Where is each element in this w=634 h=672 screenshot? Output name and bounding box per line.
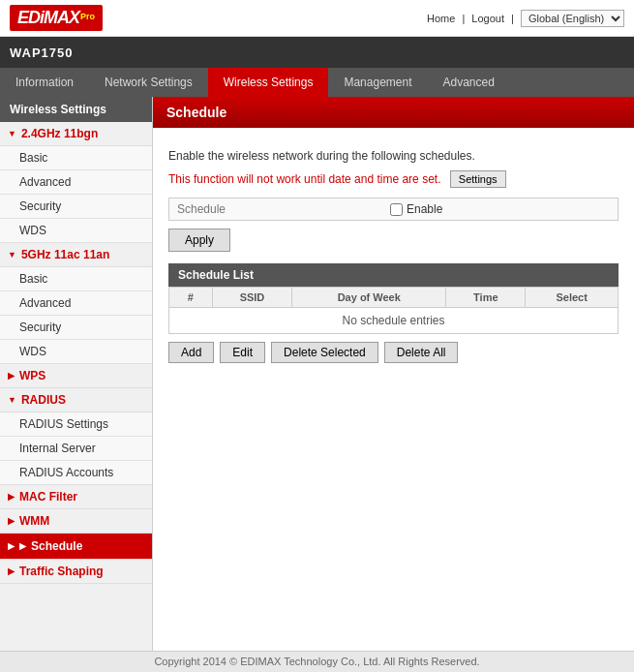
sidebar-section-24ghz[interactable]: 2.4GHz 11bgn [0, 122, 152, 146]
col-hash: # [169, 288, 213, 308]
footer: Copyright 2014 © EDIMAX Technology Co., … [0, 651, 634, 672]
schedule-input[interactable] [169, 199, 382, 220]
sidebar-section-radius[interactable]: RADIUS [0, 388, 152, 412]
sidebar-item-24-advanced[interactable]: Advanced [0, 170, 152, 195]
action-buttons: Add Edit Delete Selected Delete All [168, 342, 619, 363]
apply-button[interactable]: Apply [168, 229, 230, 252]
add-button[interactable]: Add [168, 342, 214, 363]
delete-all-button[interactable]: Delete All [384, 342, 459, 363]
nav-information[interactable]: Information [0, 68, 89, 97]
sidebar-item-internal-server[interactable]: Internal Server [0, 437, 152, 461]
sidebar-section-5ghz[interactable]: 5GHz 11ac 11an [0, 243, 152, 267]
sidebar-title: Wireless Settings [0, 97, 152, 122]
logo-edimax-text: EDiMAX [17, 8, 79, 28]
logout-link[interactable]: Logout [471, 13, 504, 24]
home-link[interactable]: Home [427, 13, 455, 24]
main-layout: Wireless Settings 2.4GHz 11bgn Basic Adv… [0, 97, 634, 651]
sidebar-item-5-advanced[interactable]: Advanced [0, 291, 152, 316]
sidebar-section-wps[interactable]: WPS [0, 364, 152, 388]
footer-text: Copyright 2014 © EDIMAX Technology Co., … [154, 656, 479, 667]
logo: EDiMAX Pro [10, 5, 103, 31]
enable-checkbox[interactable] [390, 203, 403, 216]
col-ssid: SSID [212, 288, 292, 308]
enable-label-text: Enable [407, 202, 442, 216]
col-day: Day of Week [292, 288, 446, 308]
nav-bar: Information Network Settings Wireless Se… [0, 68, 634, 97]
info-text: Enable the wireless network during the f… [168, 149, 619, 163]
sidebar-item-24-security[interactable]: Security [0, 195, 152, 219]
schedule-table: # SSID Day of Week Time Select No schedu… [168, 287, 619, 334]
sidebar-item-5-basic[interactable]: Basic [0, 267, 152, 291]
sidebar-item-24-wds[interactable]: WDS [0, 219, 152, 243]
sidebar-item-5-security[interactable]: Security [0, 316, 152, 340]
sidebar: Wireless Settings 2.4GHz 11bgn Basic Adv… [0, 97, 153, 651]
no-entries-row: No schedule entries [169, 308, 619, 334]
col-time: Time [446, 288, 526, 308]
nav-management[interactable]: Management [328, 68, 427, 97]
content-body: Enable the wireless network during the f… [153, 139, 634, 373]
content-area: Schedule Enable the wireless network dur… [153, 97, 634, 651]
schedule-input-row: Enable [168, 198, 619, 221]
sidebar-item-radius-accounts[interactable]: RADIUS Accounts [0, 461, 152, 485]
warning-row: This function will not work until date a… [168, 170, 619, 188]
sidebar-section-schedule[interactable]: ▶Schedule [0, 534, 152, 560]
sidebar-item-24-basic[interactable]: Basic [0, 146, 152, 170]
language-select[interactable]: Global (English) [521, 10, 624, 27]
sidebar-section-wmm[interactable]: WMM [0, 509, 152, 534]
sidebar-section-traffic-shaping[interactable]: Traffic Shaping [0, 560, 152, 584]
logo-pro-tag: Pro [80, 12, 95, 21]
model-name: WAP1750 [10, 46, 74, 60]
model-bar: WAP1750 [0, 37, 634, 68]
content-header: Schedule [153, 97, 634, 128]
nav-wireless-settings[interactable]: Wireless Settings [208, 68, 329, 97]
schedule-list-header: Schedule List [168, 263, 619, 287]
nav-network-settings[interactable]: Network Settings [89, 68, 208, 97]
delete-selected-button[interactable]: Delete Selected [271, 342, 378, 363]
no-entries-text: No schedule entries [169, 308, 619, 334]
sep1: | [462, 13, 465, 24]
sidebar-section-mac-filter[interactable]: MAC Filter [0, 485, 152, 509]
top-links: Home | Logout | Global (English) [427, 10, 624, 27]
sep2: | [511, 13, 514, 24]
top-bar: EDiMAX Pro Home | Logout | Global (Engli… [0, 0, 634, 37]
sidebar-item-radius-settings[interactable]: RADIUS Settings [0, 412, 152, 437]
nav-advanced[interactable]: Advanced [427, 68, 509, 97]
settings-button[interactable]: Settings [450, 170, 506, 188]
warning-text: This function will not work until date a… [168, 172, 440, 186]
col-select: Select [526, 288, 619, 308]
enable-label: Enable [382, 199, 450, 220]
sidebar-item-5-wds[interactable]: WDS [0, 340, 152, 364]
edit-button[interactable]: Edit [220, 342, 265, 363]
